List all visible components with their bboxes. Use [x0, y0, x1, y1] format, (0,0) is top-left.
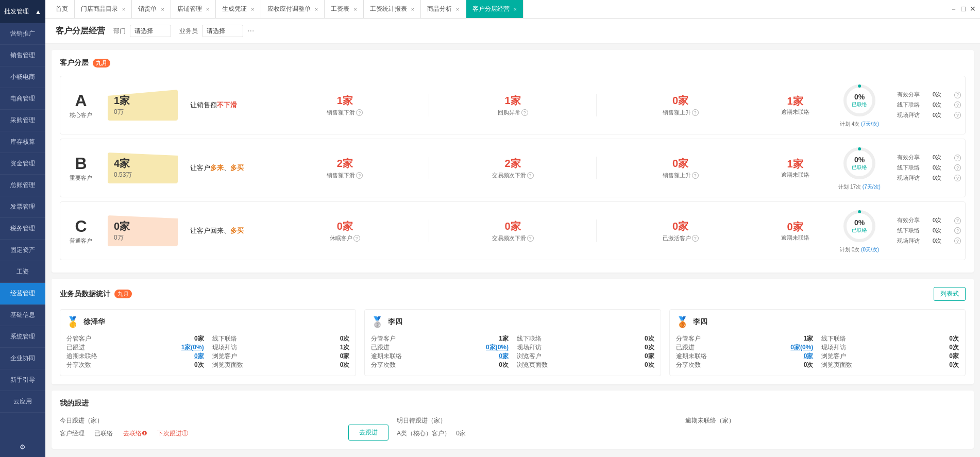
tomorrow-label: 明日待跟进（家）: [397, 416, 677, 425]
goto-followup-button[interactable]: 去跟进: [348, 425, 388, 441]
circle-plan-link[interactable]: (7天/次): [861, 121, 879, 127]
tier-right-stats: 有效分享 0次 ? 线下联络 0次 ? 现场拜访 0次 ?: [893, 215, 965, 246]
tab-close-icon[interactable]: ×: [353, 6, 357, 12]
stat-block: 0家 销售额上升 ?: [597, 157, 764, 179]
sp-stat-label: 分享次数: [371, 361, 396, 369]
sp-stat-val: 0次: [949, 334, 959, 343]
sidebar-item-采购管理[interactable]: 采购管理: [0, 110, 45, 131]
tab-门店商品目录[interactable]: 门店商品目录×: [75, 0, 132, 19]
sidebar-item-云应用[interactable]: 云应用: [0, 391, 45, 413]
sp-stat-val: 0次: [804, 361, 814, 369]
tier-name: 核心客户: [60, 111, 102, 119]
tab-销货单[interactable]: 销货单×: [132, 0, 171, 19]
right-stat-label: 有效分享: [897, 215, 920, 226]
tab-商品分析[interactable]: 商品分析×: [421, 0, 466, 19]
sp-stat-val: 0次: [194, 361, 204, 369]
sidebar-item-基础信息[interactable]: 基础信息: [0, 304, 45, 326]
tab-close-icon[interactable]: ×: [456, 6, 459, 12]
sp-stat-val[interactable]: 0家(0%): [790, 343, 813, 352]
sidebar-item-固定资产[interactable]: 固定资产: [0, 240, 45, 261]
tab-close-icon[interactable]: ×: [251, 6, 254, 12]
sidebar-item-税务管理[interactable]: 税务管理: [0, 218, 45, 240]
tab-close-icon[interactable]: ×: [206, 6, 209, 12]
sp-stat-row: 逾期未联络 0家: [66, 352, 204, 361]
sp-stat-val[interactable]: 1家(0%): [181, 343, 204, 352]
tab-应收应付调整单[interactable]: 应收应付调整单×: [261, 0, 325, 19]
list-view-button[interactable]: 列表式: [934, 287, 966, 301]
tab-生成凭证[interactable]: 生成凭证×: [216, 0, 261, 19]
salesperson-name: 李四: [693, 317, 707, 327]
info-icon: ?: [954, 92, 961, 98]
tab-close-icon[interactable]: ×: [161, 6, 164, 12]
medal-icon: 🥉: [676, 316, 689, 328]
circle-plan-link[interactable]: (0天/次): [861, 247, 879, 252]
sp-stat-val: 0次: [645, 361, 654, 369]
sp-stat-val: 0次: [499, 361, 509, 369]
page-title: 客户分层经营: [56, 26, 105, 37]
info-icon: ?: [954, 227, 961, 234]
close-window-icon[interactable]: ✕: [970, 5, 976, 14]
info-icon: ?: [954, 112, 961, 119]
sp-stat-label: 分管客户: [371, 334, 396, 343]
sp-stat-row: 分享次数 0次: [66, 361, 204, 369]
tab-工资表[interactable]: 工资表×: [325, 0, 363, 19]
sp-stat-row: 线下联络 0次: [517, 334, 654, 343]
sidebar-item-系统管理[interactable]: 系统管理: [0, 326, 45, 348]
sidebar-item-经营管理[interactable]: 经营管理: [0, 283, 45, 304]
page-header: 客户分层经营 部门 请选择 业务员 请选择 ···: [45, 19, 980, 44]
sidebar-item-工资[interactable]: 工资: [0, 261, 45, 283]
sp-stat-val[interactable]: 0家: [804, 352, 814, 361]
sidebar-collapse-icon[interactable]: ▲: [35, 8, 41, 15]
right-stat-row: 现场拜访 0次 ?: [897, 236, 961, 246]
stat-number: 1家: [433, 94, 593, 108]
sidebar-header[interactable]: 批发管理 ▲: [0, 0, 45, 23]
tier-count-sub: 0.53万: [114, 171, 172, 179]
sp-stat-row: 浏览页面数 0次: [212, 361, 350, 369]
tab-close-icon[interactable]: ×: [315, 6, 318, 12]
sp-stat-label: 浏览客户: [821, 352, 846, 361]
tab-店铺管理[interactable]: 店铺管理×: [171, 0, 216, 19]
sidebar-item-资金管理[interactable]: 资金管理: [0, 153, 45, 175]
tab-工资统计报表[interactable]: 工资统计报表×: [364, 0, 421, 19]
sp-stat-val[interactable]: 0家: [194, 352, 204, 361]
sidebar-item-小畅电商[interactable]: 小畅电商: [0, 66, 45, 88]
info-icon: ?: [527, 235, 534, 242]
sp-stat-val[interactable]: 0家: [499, 352, 509, 361]
dept-select[interactable]: 请选择: [130, 25, 171, 37]
sidebar-item-发票管理[interactable]: 发票管理: [0, 196, 45, 218]
tab-close-icon[interactable]: ×: [514, 6, 517, 12]
circle-plan-link[interactable]: (7天/次): [863, 184, 881, 190]
stat-block: 0家 交易频次下滑 ?: [429, 219, 597, 242]
tier-contact: 1家 逾期未联络: [764, 157, 826, 179]
sp-right-stats: 线下联络 0次 现场拜访 1次 浏览客户 0家 浏览页面数 0次: [212, 334, 350, 369]
sp-stat-row: 线下联络 0次: [821, 334, 959, 343]
sidebar-item-企业协同[interactable]: 企业协同: [0, 348, 45, 369]
sidebar-item-库存核算[interactable]: 库存核算: [0, 131, 45, 153]
tab-首页[interactable]: 首页: [49, 0, 75, 19]
right-stat-label: 现场拜访: [897, 110, 920, 121]
more-options-icon[interactable]: ···: [247, 26, 254, 36]
sidebar-item-营销推广[interactable]: 营销推广: [0, 23, 45, 45]
sidebar-settings[interactable]: ⚙: [0, 437, 45, 457]
right-stat-val: 0次: [933, 90, 941, 100]
sidebar-item-新手引导[interactable]: 新手引导: [0, 369, 45, 391]
maximize-icon[interactable]: □: [961, 5, 966, 14]
stat-label: 回购异常 ?: [433, 109, 593, 116]
sp-stat-label: 逾期未联络: [66, 352, 97, 361]
staff-select[interactable]: 请选择: [202, 25, 243, 37]
sp-stat-label: 分管客户: [66, 334, 91, 343]
tab-close-icon[interactable]: ×: [411, 6, 414, 12]
info-icon: ?: [954, 217, 961, 224]
right-stat-val: 0次: [933, 215, 941, 226]
sidebar-item-总账管理[interactable]: 总账管理: [0, 175, 45, 196]
sp-stat-val[interactable]: 0家(0%): [486, 343, 509, 352]
circle-linked: 已联络: [852, 164, 867, 171]
circle-pct: 0%: [852, 156, 867, 164]
tab-客户分层经营[interactable]: 客户分层经营×: [466, 0, 523, 19]
minimize-icon[interactable]: －: [950, 5, 957, 14]
sp-stat-label: 浏览客户: [212, 352, 237, 361]
sidebar-item-电商管理[interactable]: 电商管理: [0, 88, 45, 110]
tab-close-icon[interactable]: ×: [122, 6, 125, 12]
sidebar-item-销售管理[interactable]: 销售管理: [0, 45, 45, 66]
tier-count-block: 0家 0万: [102, 215, 184, 246]
